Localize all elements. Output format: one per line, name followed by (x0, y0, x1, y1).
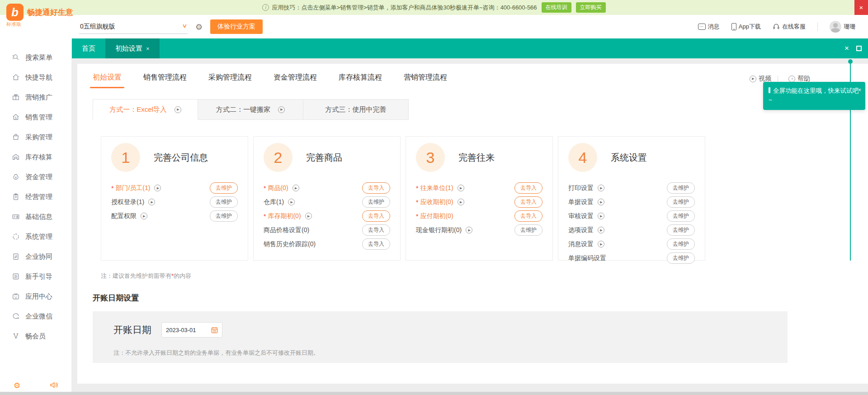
play-icon[interactable]: ▶ (598, 227, 604, 233)
去维护-button[interactable]: 去维护 (667, 210, 695, 222)
open-tab-初始设置[interactable]: 初始设置× (105, 38, 160, 58)
step-header: 2 完善商品 (264, 143, 390, 172)
bottom-strip (0, 392, 868, 395)
sidebar-item-销售管理[interactable]: $销售管理 (0, 107, 71, 127)
play-icon[interactable]: ▶ (148, 199, 155, 205)
sidebar-item-应用中心[interactable]: 应用中心 (0, 286, 71, 306)
step-title: 完善往来 (458, 152, 495, 164)
去导入-button[interactable]: 去导入 (514, 210, 542, 222)
tab-初始设置[interactable]: 初始设置 (93, 73, 122, 88)
tab-采购管理流程[interactable]: 采购管理流程 (208, 73, 252, 88)
sidebar-item-资金管理[interactable]: ¥资金管理 (0, 167, 71, 187)
sidebar-item-label: 快捷导航 (25, 73, 52, 82)
去维护-button[interactable]: 去维护 (362, 196, 390, 208)
online-service-link[interactable]: 在线客服 (773, 23, 806, 31)
play-icon[interactable]: ▶ (292, 185, 299, 191)
play-icon[interactable]: ▶ (305, 213, 312, 219)
scrollbar-thumb[interactable] (848, 59, 853, 64)
去维护-button[interactable]: 去维护 (210, 196, 238, 208)
去维护-button[interactable]: 去维护 (210, 182, 238, 194)
step-title: 完善商品 (306, 152, 342, 164)
play-icon[interactable]: ▶ (598, 213, 604, 219)
message-icon: ⋯ (698, 24, 706, 30)
play-icon[interactable]: ▶ (598, 241, 604, 247)
sidebar-item-label: 库存核算 (25, 153, 52, 162)
去导入-button[interactable]: 去导入 (514, 196, 542, 208)
sidebar-item-营销推广[interactable]: 营销推广 (0, 87, 71, 107)
clipboard-icon (12, 193, 20, 201)
sidebar-item-经营管理[interactable]: 经营管理 (0, 187, 71, 207)
去导入-button[interactable]: 去导入 (514, 182, 542, 194)
sidebar-item-label: 畅会员 (25, 332, 46, 341)
open-tab-首页[interactable]: 首页 (72, 38, 105, 58)
sidebar-item-企业微信[interactable]: 企业微信 (0, 306, 71, 326)
sidebar-item-label: 营销推广 (25, 93, 52, 102)
sidebar-item-系统管理[interactable]: 系统管理 (0, 227, 71, 247)
setup-item-label: 审核设置 (568, 212, 594, 220)
去维护-button[interactable]: 去维护 (514, 224, 542, 236)
去维护-button[interactable]: 去维护 (667, 182, 695, 194)
play-icon: ▶ (750, 76, 756, 82)
play-icon[interactable]: ▶ (466, 227, 472, 233)
messages-link[interactable]: ⋯ 消息 (698, 23, 720, 31)
method-tab-方式二：一键搬家[interactable]: 方式二：一键搬家▶ (198, 99, 303, 120)
去导入-button[interactable]: 去导入 (362, 182, 390, 194)
gear-icon[interactable]: ⚙ (14, 381, 20, 390)
required-asterisk: * (416, 185, 418, 192)
sales-house-icon: $ (12, 113, 20, 121)
step-card-系统设置: 4 系统设置 打印设置▶去维护单据设置▶去维护审核设置▶去维护选项设置▶去维护消… (558, 136, 705, 261)
setup-item-label: 商品价格设置(0) (264, 226, 309, 234)
method-tab-方式三：使用中完善[interactable]: 方式三：使用中完善 (303, 99, 409, 120)
account-select[interactable]: 0五组旗舰版 ∨ (79, 21, 188, 34)
sidebar-item-企业协同[interactable]: 企业协同 (0, 247, 71, 267)
去维护-button[interactable]: 去维护 (667, 224, 695, 236)
play-icon[interactable]: ▶ (598, 185, 604, 191)
sidebar-item-基础信息[interactable]: 基础信息 (0, 207, 71, 227)
buy-now-button[interactable]: 立即购买 (576, 2, 606, 13)
play-icon[interactable]: ▶ (141, 213, 147, 219)
fullscreen-icon[interactable] (856, 46, 862, 51)
id-card-icon (12, 213, 20, 221)
sidebar-item-畅会员[interactable]: V畅会员 (0, 326, 71, 346)
tab-营销管理流程[interactable]: 营销管理流程 (404, 73, 447, 88)
sidebar-item-快捷导航[interactable]: 快捷导航 (0, 67, 71, 87)
去维护-button[interactable]: 去维护 (667, 238, 695, 250)
step-title: 系统设置 (611, 152, 647, 164)
tab-资金管理流程[interactable]: 资金管理流程 (274, 73, 317, 88)
去维护-button[interactable]: 去维护 (210, 210, 238, 222)
去导入-button[interactable]: 去导入 (362, 210, 390, 222)
sidebar-item-库存核算[interactable]: 库存核算 (0, 147, 71, 167)
去维护-button[interactable]: 去维护 (667, 252, 695, 264)
tab-销售管理流程[interactable]: 销售管理流程 (143, 73, 187, 88)
play-icon[interactable]: ▶ (458, 185, 464, 191)
chat-bubble-icon (12, 312, 20, 320)
opening-date-input[interactable]: 2023-03-01 (161, 322, 222, 338)
play-icon[interactable]: ▶ (458, 199, 464, 205)
sidebar-item-label: 应用中心 (25, 292, 52, 301)
去维护-button[interactable]: 去维护 (667, 196, 695, 208)
去导入-button[interactable]: 去导入 (362, 238, 390, 250)
online-training-button[interactable]: 在线培训 (542, 2, 571, 13)
dashed-circle-icon (12, 233, 20, 241)
close-icon[interactable]: × (858, 86, 861, 95)
gear-icon[interactable]: ⚙ (195, 22, 203, 32)
去导入-button[interactable]: 去导入 (362, 224, 390, 236)
user-menu[interactable]: 珊珊 (830, 21, 855, 33)
app-download-link[interactable]: App下载 (731, 23, 761, 31)
close-icon[interactable]: × (146, 45, 150, 52)
sidebar-item-label: 企业微信 (25, 312, 52, 321)
tab-库存核算流程[interactable]: 库存核算流程 (339, 73, 382, 88)
sidebar-item-搜索菜单[interactable]: 搜索菜单 (0, 48, 71, 67)
sidebar-item-采购管理[interactable]: 采购管理 (0, 127, 71, 147)
speaker-icon[interactable] (50, 381, 58, 390)
method-tab-方式一：Excel导入[interactable]: 方式一：Excel导入▶ (93, 99, 198, 120)
sidebar-item-新手引导[interactable]: 新新手引导 (0, 267, 71, 286)
main-panel: 初始设置销售管理流程采购管理流程资金管理流程库存核算流程营销管理流程 ▶ 视频 … (77, 64, 868, 384)
trial-solution-button[interactable]: 体验行业方案 (210, 19, 263, 34)
play-icon[interactable]: ▶ (288, 199, 295, 205)
notice-close-button[interactable]: × (854, 0, 868, 15)
close-icon[interactable]: × (844, 44, 849, 53)
play-icon[interactable]: ▶ (154, 185, 161, 191)
play-icon[interactable]: ▶ (598, 199, 604, 205)
divider (778, 76, 778, 82)
